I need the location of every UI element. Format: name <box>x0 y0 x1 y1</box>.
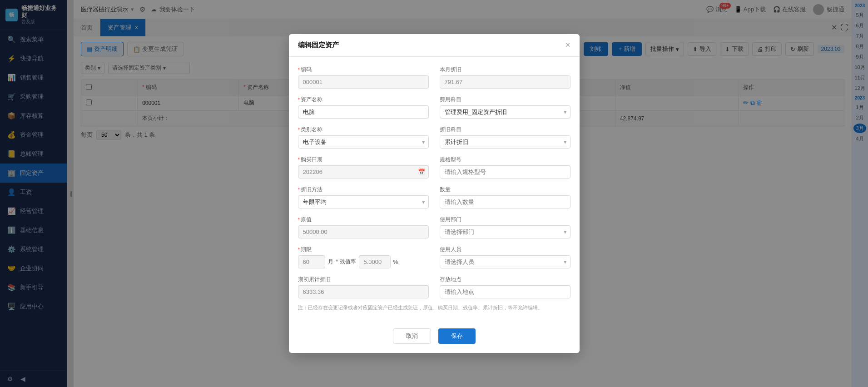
period-input[interactable] <box>298 255 325 268</box>
dep-subject-select-wrap: ▾ <box>440 135 570 149</box>
residual-rate-input[interactable] <box>359 255 391 268</box>
location-input[interactable] <box>440 285 570 298</box>
original-value-label: * 原值 <box>298 216 429 223</box>
field-model: 规格型号 <box>440 156 570 179</box>
period-inline: 月 * 残值率 % <box>298 255 429 268</box>
expense-subject-input[interactable] <box>440 105 570 119</box>
department-label: 使用部门 <box>440 216 570 223</box>
purchase-date-wrap: 📅 <box>298 165 429 179</box>
field-expense-subject: 费用科目 ▾ <box>440 96 570 119</box>
field-monthly-dep: 本月折旧 <box>440 66 570 89</box>
cancel-btn[interactable]: 取消 <box>393 328 431 344</box>
modal-body: * 编码 本月折旧 * 资产名称 <box>289 57 580 323</box>
code-input[interactable] <box>298 75 429 89</box>
quantity-input[interactable] <box>440 195 570 208</box>
location-label: 存放地点 <box>440 276 570 283</box>
dep-method-input[interactable] <box>298 195 429 208</box>
monthly-dep-input <box>440 75 570 89</box>
user-select-wrap: ▾ <box>440 255 570 268</box>
model-label: 规格型号 <box>440 156 570 164</box>
initial-dep-label: 期初累计折旧 <box>298 276 429 283</box>
field-department: 使用部门 ▾ <box>440 216 570 238</box>
department-select-wrap: ▾ <box>440 225 570 238</box>
save-btn[interactable]: 保存 <box>438 328 476 344</box>
field-asset-name: * 资产名称 <box>298 96 429 119</box>
field-user: 使用人员 ▾ <box>440 246 570 268</box>
field-dep-method: * 折旧方法 ▾ <box>298 186 429 208</box>
dep-subject-input[interactable] <box>440 135 570 149</box>
edit-asset-modal: 编辑固定资产 × * 编码 本月折旧 <box>289 34 580 353</box>
field-category: * 类别名称 ▾ <box>298 126 429 149</box>
modal-form-grid: * 编码 本月折旧 * 资产名称 <box>298 66 570 298</box>
model-input[interactable] <box>440 165 570 179</box>
code-label: * 编码 <box>298 66 429 74</box>
field-purchase-date: * 购买日期 📅 <box>298 156 429 179</box>
purchase-date-label: * 购买日期 <box>298 156 429 164</box>
user-input[interactable] <box>440 255 570 268</box>
field-location: 存放地点 <box>440 276 570 298</box>
field-quantity: 数量 <box>440 186 570 208</box>
field-initial-dep: 期初累计折旧 <box>298 276 429 298</box>
asset-name-input[interactable] <box>298 105 429 119</box>
category-select-wrap: ▾ <box>298 135 429 149</box>
monthly-dep-label: 本月折旧 <box>440 66 570 74</box>
field-dep-subject: 折旧科目 ▾ <box>440 126 570 149</box>
quantity-label: 数量 <box>440 186 570 194</box>
dep-subject-label: 折旧科目 <box>440 126 570 134</box>
dep-method-label: * 折旧方法 <box>298 186 429 194</box>
residual-rate-unit: % <box>393 259 398 265</box>
modal-title: 编辑固定资产 <box>298 41 339 50</box>
expense-subject-label: 费用科目 <box>440 96 570 104</box>
modal-footer: 取消 保存 <box>289 323 580 353</box>
field-code: * 编码 <box>298 66 429 89</box>
field-original-value: * 原值 <box>298 216 429 238</box>
period-unit: 月 <box>328 258 333 266</box>
user-field-label: 使用人员 <box>440 246 570 253</box>
category-label: * 类别名称 <box>298 126 429 134</box>
modal-note: 注：已经存在变更记录或者对应固定资产已经生成凭证，原值、购买日期、残值率、累计折… <box>298 298 570 314</box>
residual-rate-label: * 残值率 <box>336 258 356 266</box>
modal-header: 编辑固定资产 × <box>289 34 580 57</box>
department-input[interactable] <box>440 225 570 238</box>
modal-close-btn[interactable]: × <box>565 40 570 50</box>
purchase-date-input[interactable] <box>298 165 429 179</box>
category-input[interactable] <box>298 135 429 149</box>
expense-subject-select-wrap: ▾ <box>440 105 570 119</box>
dep-method-select-wrap: ▾ <box>298 195 429 208</box>
original-value-input[interactable] <box>298 225 429 238</box>
modal-overlay: 编辑固定资产 × * 编码 本月折旧 <box>0 0 868 387</box>
asset-name-label: * 资产名称 <box>298 96 429 104</box>
field-period-residual: * 期限 月 * 残值率 % <box>298 246 429 268</box>
period-label: * 期限 <box>298 246 429 253</box>
initial-dep-input[interactable] <box>298 285 429 298</box>
